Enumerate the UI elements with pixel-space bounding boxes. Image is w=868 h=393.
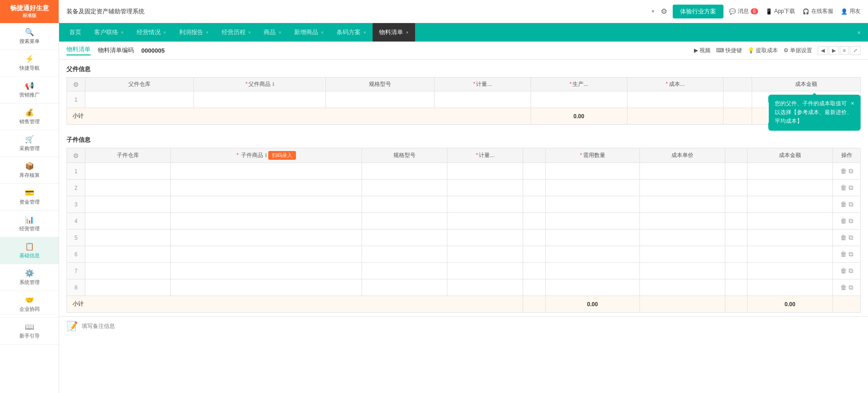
user-action[interactable]: 👤 用友 [841,7,861,15]
child-copy-icon-5[interactable]: ⧉ [849,234,853,242]
child-cell-warehouse-8[interactable] [85,279,171,296]
trial-button[interactable]: 体验行业方案 [673,5,723,18]
sidebar-item-10[interactable]: 🤝企业协同 [0,291,59,318]
child-cell-spec-8[interactable] [362,279,447,296]
nav-tab-close-7[interactable]: × [363,30,366,35]
child-cell-spec-7[interactable] [362,263,447,279]
child-col-settings[interactable]: ⚙ [67,148,85,163]
parent-cell-unit-1[interactable] [434,91,531,108]
parent-cell-cost-1[interactable] [627,91,723,108]
child-cell-unit-4[interactable] [447,213,523,230]
child-cell-warehouse-1[interactable] [85,163,171,180]
child-cell-spec-4[interactable] [362,213,447,230]
shortcut-action[interactable]: ⌨ 快捷键 [716,47,742,54]
nav-tab-5[interactable]: 商品× [257,23,288,42]
nav-tab-4[interactable]: 经营历程× [215,23,258,42]
child-cell-warehouse-5[interactable] [85,230,171,246]
nav-prev-button[interactable]: ◀ [818,46,828,55]
child-cell-unit-5[interactable] [447,230,523,246]
child-cell-spec-3[interactable] [362,196,447,213]
child-cell-unit-7[interactable] [447,263,523,279]
child-cell-product-4[interactable] [170,213,362,230]
child-copy-icon-6[interactable]: ⧉ [849,250,853,258]
single-settings-action[interactable]: ⚙ 单据设置 [784,47,812,54]
child-cell-qty-5[interactable] [545,230,639,246]
child-cell-product-2[interactable] [170,180,362,196]
parent-cell-spec-1[interactable] [326,91,434,108]
sidebar-item-9[interactable]: ⚙️系统管理 [0,264,59,291]
breadcrumb-tab1[interactable]: 物料清单 [66,45,90,55]
sidebar-item-5[interactable]: 📦库存核算 [0,157,59,184]
nav-expand-button[interactable]: ⤢ [850,46,861,55]
child-cell-unit-8[interactable] [447,279,523,296]
sidebar-item-8[interactable]: 📋基础信息 [0,237,59,264]
child-copy-icon-7[interactable]: ⧉ [849,267,853,275]
nav-tab-2[interactable]: 经营情况× [130,23,173,42]
child-copy-icon-3[interactable]: ⧉ [849,200,853,208]
sidebar-item-1[interactable]: ⚡快捷导航 [0,50,59,77]
child-delete-icon-8[interactable]: 🗑 [840,284,847,291]
parent-cell-warehouse-1[interactable] [85,91,194,108]
child-cell-product-8[interactable] [170,279,362,296]
child-cell-qty-4[interactable] [545,213,639,230]
child-delete-icon-7[interactable]: 🗑 [840,267,847,275]
child-cell-warehouse-6[interactable] [85,246,171,263]
message-action[interactable]: 💬 消息 6 [729,7,758,15]
scan-input-button[interactable]: 扫码录入 [268,151,296,160]
child-cell-spec-5[interactable] [362,230,447,246]
breadcrumb-tab2[interactable]: 物料清单编码 [98,46,134,54]
child-cell-unit-cost-3[interactable] [639,196,725,213]
parent-cell-product-1[interactable] [194,91,326,108]
nav-tab-close-5[interactable]: × [278,30,281,35]
child-cell-product-6[interactable] [170,246,362,263]
child-copy-icon-8[interactable]: ⧉ [849,284,853,291]
child-cell-qty-7[interactable] [545,263,639,279]
child-cell-spec-2[interactable] [362,180,447,196]
child-cell-warehouse-4[interactable] [85,213,171,230]
child-delete-icon-5[interactable]: 🗑 [840,234,847,242]
online-service-action[interactable]: 🎧 在线客服 [802,7,833,15]
child-cell-qty-3[interactable] [545,196,639,213]
nav-tab-close-1[interactable]: × [121,30,124,35]
child-cell-unit-cost-4[interactable] [639,213,725,230]
nav-next-button[interactable]: ▶ [829,46,839,55]
parent-cell-production-1[interactable] [530,91,627,108]
child-cell-qty-1[interactable] [545,163,639,180]
child-cell-unit-cost-1[interactable] [639,163,725,180]
child-cell-unit-6[interactable] [447,246,523,263]
child-delete-icon-6[interactable]: 🗑 [840,250,847,258]
child-copy-icon-2[interactable]: ⧉ [849,184,853,192]
child-cell-warehouse-3[interactable] [85,196,171,213]
child-cell-unit-cost-5[interactable] [639,230,725,246]
view-video-action[interactable]: ▶ 视频 [694,47,711,54]
child-copy-icon-1[interactable]: ⧉ [849,167,853,175]
child-cell-unit-1[interactable] [447,163,523,180]
child-cell-unit-cost-6[interactable] [639,246,725,263]
nav-tab-3[interactable]: 利润报告× [173,23,215,42]
parent-col-settings[interactable]: ⚙ [67,78,85,91]
nav-tab-1[interactable]: 客户联络× [88,23,130,42]
settings-gear-button[interactable]: ⚙ [661,7,667,16]
nav-tab-close-2[interactable]: × [163,30,166,35]
note-input[interactable] [82,323,861,329]
child-cell-qty-2[interactable] [545,180,639,196]
sidebar-item-0[interactable]: 🔍搜索菜单 [0,23,59,50]
nav-tab-close-6[interactable]: × [321,30,324,35]
child-cell-spec-1[interactable] [362,163,447,180]
sidebar-item-3[interactable]: 💰销售管理 [0,103,59,130]
nav-tab-close-4[interactable]: × [248,30,251,35]
nav-close-all-button[interactable]: × [853,29,864,36]
child-cell-warehouse-7[interactable] [85,263,171,279]
nav-tab-0[interactable]: 首页 [63,23,88,42]
tooltip-close-button[interactable]: × [851,99,854,108]
child-cell-unit-3[interactable] [447,196,523,213]
child-delete-icon-1[interactable]: 🗑 [840,167,847,175]
sidebar-item-2[interactable]: 📢营销推广 [0,77,59,103]
child-delete-icon-2[interactable]: 🗑 [840,184,847,192]
child-cell-unit-cost-2[interactable] [639,180,725,196]
child-delete-icon-4[interactable]: 🗑 [840,217,847,225]
child-cell-spec-6[interactable] [362,246,447,263]
child-cell-unit-cost-7[interactable] [639,263,725,279]
nav-tab-close-8[interactable]: × [406,30,409,35]
child-cell-unit-cost-8[interactable] [639,279,725,296]
